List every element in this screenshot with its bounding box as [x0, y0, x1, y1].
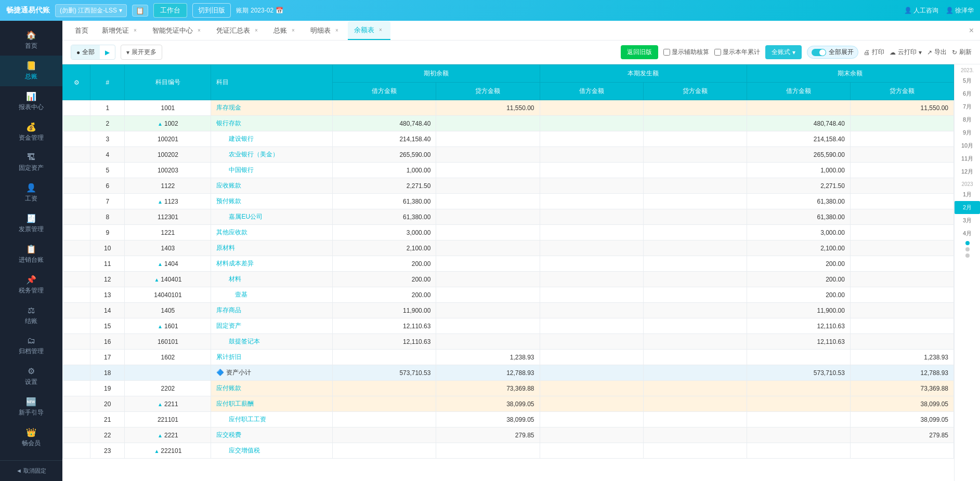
expand-icon[interactable]: ▲ — [154, 448, 159, 454]
month-6[interactable]: 6月 — [955, 87, 980, 100]
refresh-action[interactable]: ↻ 刷新 — [952, 48, 972, 57]
account-name-link[interactable]: 材料成本差异 — [216, 260, 254, 267]
tab-home[interactable]: 首页 — [69, 21, 95, 40]
month-7[interactable]: 7月 — [955, 100, 980, 113]
expand-icon[interactable]: ▲ — [158, 261, 163, 267]
user-info[interactable]: 👤 徐泽华 — [946, 6, 974, 15]
sidebar-item-home[interactable]: 🏠 首页 — [0, 25, 62, 56]
consult-link[interactable]: 👤 人工咨询 — [904, 6, 938, 15]
account-name-link[interactable]: 建设银行 — [216, 135, 254, 142]
sidebar-item-salary[interactable]: 👤 工资 — [0, 178, 62, 208]
sidebar-item-tax[interactable]: 📌 税务管理 — [0, 270, 62, 300]
tab-new-voucher-close[interactable]: × — [132, 27, 139, 34]
row-name: 其他应收款 — [211, 225, 333, 240]
expand-button[interactable]: ▾ 展开更多 — [121, 45, 162, 60]
sidebar-item-report[interactable]: 📊 报表中心 — [0, 86, 62, 117]
tab-voucher-summary-label: 凭证汇总表 — [216, 26, 250, 35]
expand-icon[interactable]: ▲ — [158, 121, 163, 127]
account-name-link[interactable]: 原材料 — [216, 244, 235, 251]
show-ytd-checkbox[interactable]: 显示本年累计 — [714, 48, 760, 57]
tab-bar-close-button[interactable]: × — [969, 26, 974, 35]
month-2[interactable]: 2月 — [955, 201, 980, 214]
expand-icon[interactable]: ▲ — [158, 324, 163, 329]
style-button[interactable]: 全账式 ▾ — [765, 45, 802, 59]
month-9[interactable]: 9月 — [955, 126, 980, 139]
account-name-link[interactable]: 壹基 — [216, 291, 247, 298]
account-name-link[interactable]: 应交增值税 — [216, 447, 260, 454]
sidebar-item-purchase[interactable]: 📋 进销台账 — [0, 239, 62, 270]
account-name-link[interactable]: 其他应收款 — [216, 229, 247, 236]
account-name-link[interactable]: 银行存款 — [216, 119, 241, 127]
expand-icon[interactable]: ▲ — [158, 199, 163, 205]
account-name-link[interactable]: 应交税费 — [216, 431, 241, 438]
filter-expand[interactable]: ▶ — [100, 46, 115, 59]
tab-balance-close[interactable]: × — [377, 26, 384, 34]
account-name-link[interactable]: 农业银行（美金） — [216, 151, 279, 158]
tab-smart-center[interactable]: 智能凭证中心 × — [146, 21, 209, 40]
sidebar-item-member[interactable]: 👑 畅会员 — [0, 422, 62, 453]
month-10[interactable]: 10月 — [955, 139, 980, 152]
month-11[interactable]: 11月 — [955, 152, 980, 165]
expand-all-toggle[interactable]: 全部展开 — [807, 46, 858, 59]
cloud-print-action[interactable]: ☁ 云打印 ▾ — [890, 48, 922, 57]
account-name-link[interactable]: 材料 — [216, 275, 241, 283]
account-name-link[interactable]: 累计折旧 — [216, 353, 241, 360]
workbench-button[interactable]: 工作台 — [153, 3, 187, 18]
account-name-link[interactable]: 预付账款 — [216, 197, 241, 205]
account-name-link[interactable]: 应付账款 — [216, 384, 241, 392]
account-name-link[interactable]: 库存现金 — [216, 104, 241, 111]
tab-ledger[interactable]: 总账 × — [267, 21, 303, 40]
account-name-link[interactable]: 鼓提签记本 — [216, 338, 260, 345]
company-selector[interactable]: (勿删) 江西韶金-LSS ▾ — [55, 4, 127, 17]
tab-smart-center-label: 智能凭证中心 — [152, 26, 193, 35]
tab-ledger-close[interactable]: × — [290, 27, 297, 34]
return-old-button[interactable]: 返回旧版 — [621, 45, 658, 59]
row-ob-debit: 61,380.00 — [333, 194, 436, 209]
table-row: 7 ▲1123 预付账款 61,380.00 61,380.00 — [63, 194, 954, 209]
sidebar-item-capital[interactable]: 💰 资金管理 — [0, 117, 62, 148]
show-ytd-input[interactable] — [714, 49, 721, 56]
calendar-icon[interactable]: 📅 — [276, 7, 283, 14]
month-5[interactable]: 5月 — [955, 74, 980, 87]
month-8[interactable]: 8月 — [955, 113, 980, 126]
account-name-link[interactable]: 中国银行 — [216, 166, 254, 173]
unpin-button[interactable]: ◄ 取消固定 — [0, 465, 62, 477]
tab-voucher-summary-close[interactable]: × — [253, 27, 260, 34]
account-name-link[interactable]: 固定资产 — [216, 322, 241, 329]
month-3[interactable]: 3月 — [955, 214, 980, 227]
tab-detail[interactable]: 明细表 × — [304, 21, 347, 40]
export-action[interactable]: ↗ 导出 — [927, 48, 947, 57]
table-row: 16 160101 鼓提签记本 12,110.63 12,110.63 — [63, 334, 954, 350]
tab-smart-center-close[interactable]: × — [195, 27, 203, 34]
switch-button[interactable]: 切到旧版 — [192, 3, 231, 18]
sidebar-item-fixed-assets[interactable]: 🏗 固定资产 — [0, 148, 62, 178]
account-name-link[interactable]: 应收账款 — [216, 182, 241, 189]
tab-balance[interactable]: 余额表 × — [348, 21, 390, 40]
print-action[interactable]: 🖨 打印 — [864, 48, 884, 57]
sidebar-item-ledger[interactable]: 📒 总账 — [0, 56, 62, 86]
account-name-link[interactable]: 应付职工工资 — [216, 416, 266, 423]
sidebar-item-archive[interactable]: 🗂 归档管理 — [0, 331, 62, 361]
sidebar-item-settle[interactable]: ⚖ 结账 — [0, 300, 62, 331]
right-panel-dot-2 — [965, 247, 970, 251]
filter-selector[interactable]: ● 全部 ▶ — [71, 45, 115, 60]
tab-detail-close[interactable]: × — [333, 27, 341, 34]
sidebar-item-settings[interactable]: ⚙ 设置 — [0, 361, 62, 392]
account-name-link[interactable]: 应付职工薪酬 — [216, 400, 254, 407]
account-name-link[interactable]: 库存商品 — [216, 306, 241, 314]
th-settings[interactable]: ⚙ — [63, 65, 90, 100]
expand-icon[interactable]: ▲ — [158, 402, 163, 407]
month-4[interactable]: 4月 — [955, 227, 980, 240]
expand-icon[interactable]: ▲ — [158, 433, 163, 438]
show-aux-checkbox[interactable]: 显示辅助核算 — [663, 48, 709, 57]
tab-new-voucher[interactable]: 新增凭证 × — [96, 21, 145, 40]
month-12[interactable]: 12月 — [955, 165, 980, 178]
account-name-link[interactable]: 嘉属EU公司 — [216, 213, 263, 220]
show-aux-input[interactable] — [663, 49, 670, 56]
expand-icon[interactable]: ▲ — [154, 277, 159, 283]
sidebar-item-invoice[interactable]: 🧾 发票管理 — [0, 208, 62, 239]
sidebar-item-guide[interactable]: 🆕 新手引导 — [0, 392, 62, 422]
tab-voucher-summary[interactable]: 凭证汇总表 × — [210, 21, 266, 40]
month-1[interactable]: 1月 — [955, 188, 980, 201]
copy-button[interactable]: 📋 — [132, 5, 148, 17]
